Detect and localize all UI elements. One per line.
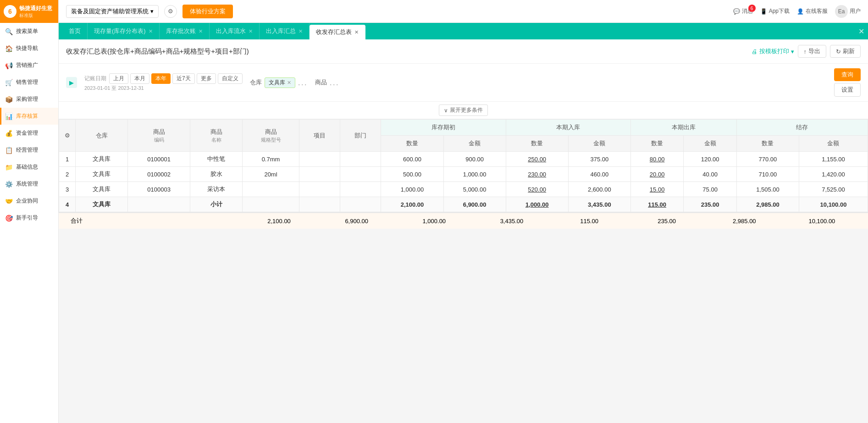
system-selector[interactable]: 装备及固定资产辅助管理系统 ▾: [66, 5, 159, 18]
expand-icon: ∨: [444, 107, 448, 114]
row-out-qty[interactable]: 80.00: [630, 152, 684, 167]
date-btn-本月[interactable]: 本月: [130, 73, 149, 84]
date-btn-自定义[interactable]: 自定义: [218, 73, 243, 84]
date-buttons: 上月本月本年近7天更多自定义: [109, 73, 243, 84]
sidebar-item-finance[interactable]: 💰资金管理: [0, 125, 58, 142]
finance-icon: 💰: [5, 130, 12, 137]
dropdown-icon: ▾: [150, 8, 154, 15]
filter-toggle-btn[interactable]: ▶: [66, 77, 77, 88]
online-service-action[interactable]: 👤 在线客服: [797, 7, 828, 15]
date-label: 记账日期: [84, 75, 106, 82]
print-btn[interactable]: 🖨 按模板打印 ▾: [752, 47, 794, 55]
row-spec: 20ml: [243, 167, 299, 182]
sidebar-item-search[interactable]: 🔍搜索菜单: [0, 23, 58, 40]
page-header: 收发存汇总表(按仓库+商品编码+商品+规格型号+项目+部门) 🖨 按模板打印 ▾…: [59, 39, 868, 64]
sidebar-item-purchase[interactable]: 📦采购管理: [0, 91, 58, 108]
row-in-qty[interactable]: 250.00: [506, 152, 568, 167]
message-action[interactable]: 💬 消息 6: [733, 7, 753, 15]
sidebar-nav: 🔍搜索菜单🏠快捷导航📢营销推广🛒销售管理📦采购管理📊库存核算💰资金管理📋经营管理…: [0, 23, 58, 423]
date-btn-更多[interactable]: 更多: [197, 73, 216, 84]
refresh-label: 刷新: [843, 47, 855, 55]
col-balance-amt-header: 金额: [799, 136, 868, 152]
tab-close-icon[interactable]: ✕: [354, 29, 359, 35]
goods-filter: 商品 ...: [315, 78, 339, 88]
sidebar-item-sales[interactable]: 🛒销售管理: [0, 74, 58, 91]
date-btn-近7天[interactable]: 近7天: [172, 73, 195, 84]
tab-close-icon[interactable]: ✕: [299, 28, 303, 34]
footer-balance-amt: 10,100.00: [783, 218, 861, 225]
content-area: 收发存汇总表(按仓库+商品编码+商品+规格型号+项目+部门) 🖨 按模板打印 ▾…: [59, 39, 868, 423]
service-icon: 👤: [797, 8, 804, 15]
export-btn[interactable]: ↑ 导出: [798, 45, 827, 58]
row-project: [299, 182, 340, 197]
sidebar-item-inventory[interactable]: 📊库存核算: [0, 108, 58, 125]
logo-text: 畅捷通好生意 标准版: [19, 5, 52, 19]
refresh-btn[interactable]: ↻ 刷新: [830, 45, 861, 58]
warehouse-tag-close[interactable]: ✕: [287, 80, 291, 86]
app-download-action[interactable]: 📱 App下载: [760, 7, 790, 15]
tab-库存批次账[interactable]: 库存批次账 ✕: [160, 23, 210, 39]
trial-btn[interactable]: 体验行业方案: [182, 5, 233, 18]
sidebar-item-label: 快捷导航: [16, 44, 38, 52]
row-project: [299, 152, 340, 167]
expand-conditions-btn[interactable]: ∨ 展开更多条件: [439, 104, 488, 116]
row-balance-qty: 2,985.00: [736, 197, 799, 212]
footer-in-amt: 3,435.00: [473, 218, 550, 225]
page-header-actions: 🖨 按模板打印 ▾ ↑ 导出 ↻ 刷新: [752, 45, 861, 58]
warehouse-label: 仓库: [250, 78, 262, 87]
settings-icon[interactable]: ⚙: [164, 5, 177, 18]
page-title: 收发存汇总表(按仓库+商品编码+商品+规格型号+项目+部门): [66, 47, 249, 56]
tab-close-icon[interactable]: ✕: [249, 28, 253, 34]
row-in-qty[interactable]: 1,000.00: [506, 197, 568, 212]
row-spec: [243, 197, 299, 212]
tab-首页[interactable]: 首页: [62, 23, 88, 39]
tab-close-icon[interactable]: ✕: [149, 28, 153, 34]
tab-出入库汇总[interactable]: 出入库汇总 ✕: [260, 23, 310, 39]
filter-bottom: ∨ 展开更多条件: [59, 102, 868, 119]
date-btn-本年[interactable]: 本年: [151, 73, 171, 84]
table-footer: 合计 2,100.00 6,900.00 1,000.00 3,435.00 1…: [59, 212, 868, 229]
cooperation-icon: 🤝: [5, 198, 12, 205]
sidebar-item-basic[interactable]: 📁基础信息: [0, 159, 58, 176]
inventory-icon: 📊: [5, 113, 12, 120]
tab-close-icon[interactable]: ✕: [199, 28, 203, 34]
user-action[interactable]: Ea 用户: [835, 5, 861, 18]
filter-settings-btn[interactable]: 设置: [834, 83, 861, 97]
sidebar-item-guide[interactable]: 🎯新手引导: [0, 209, 58, 226]
tab-收发存汇总表[interactable]: 收发存汇总表 ✕: [310, 25, 365, 39]
date-range: 2023-01-01 至 2023-12-31: [84, 85, 243, 92]
col-project-header: 项目: [299, 120, 340, 152]
row-spec: 0.7mm: [243, 152, 299, 167]
phone-icon: 📱: [760, 8, 767, 15]
row-goods: 中性笔: [190, 152, 243, 167]
purchase-icon: 📦: [5, 96, 12, 103]
sidebar-item-quick-nav[interactable]: 🏠快捷导航: [0, 40, 58, 57]
row-out-qty[interactable]: 20.00: [630, 167, 684, 182]
row-out-qty[interactable]: 115.00: [630, 197, 684, 212]
footer-opening-amt: 6,900.00: [318, 218, 395, 225]
sidebar-item-label: 系统管理: [16, 180, 38, 188]
quick-nav-icon: 🏠: [5, 45, 12, 52]
row-in-qty[interactable]: 520.00: [506, 182, 568, 197]
tab-label: 出入库流水: [216, 27, 246, 35]
sidebar-item-label: 经营管理: [16, 146, 38, 154]
date-btn-上月[interactable]: 上月: [109, 73, 128, 84]
online-service-label: 在线客服: [806, 7, 828, 15]
sidebar-item-marketing[interactable]: 📢营销推广: [0, 57, 58, 74]
sidebar-item-system[interactable]: ⚙️系统管理: [0, 176, 58, 192]
close-all-icon[interactable]: ✕: [858, 27, 864, 36]
tab-label: 收发存汇总表: [316, 28, 352, 36]
warehouse-tag-label: 文具库: [269, 79, 285, 87]
warehouse-more-icon[interactable]: ...: [298, 78, 308, 88]
row-out-qty[interactable]: 15.00: [630, 182, 684, 197]
query-btn[interactable]: 查询: [834, 68, 861, 81]
row-in-qty[interactable]: 230.00: [506, 167, 568, 182]
tab-出入库流水[interactable]: 出入库流水 ✕: [210, 23, 260, 39]
col-opening-qty-header: 数量: [381, 136, 443, 152]
sidebar-item-operation[interactable]: 📋经营管理: [0, 142, 58, 159]
tab-现存量-库存分布表-[interactable]: 现存量(库存分布表) ✕: [88, 23, 160, 39]
col-settings-header[interactable]: ⚙: [59, 120, 76, 152]
sidebar-item-cooperation[interactable]: 🤝企业协同: [0, 192, 58, 209]
row-balance-amt: 7,525.00: [799, 182, 868, 197]
goods-more-icon[interactable]: ...: [330, 78, 339, 88]
